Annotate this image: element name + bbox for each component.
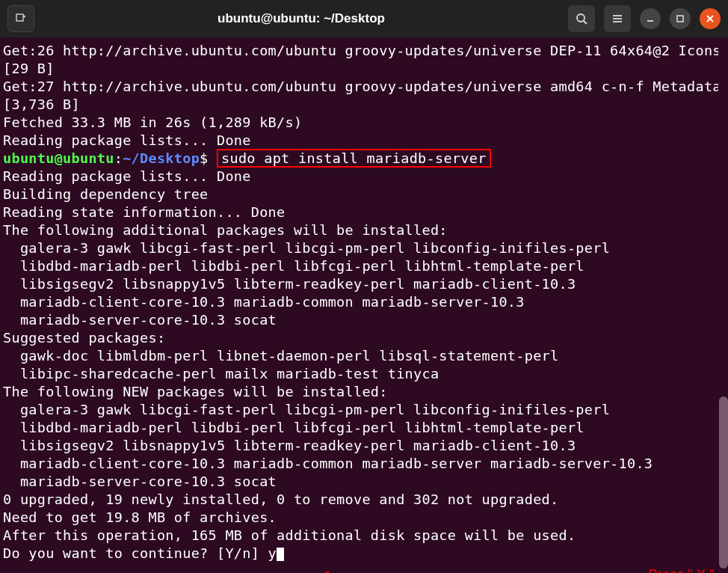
new-tab-button[interactable]: [7, 5, 34, 32]
output-line: Suggested packages:: [3, 330, 165, 346]
window-controls: [568, 5, 721, 32]
output-line: Reading package lists... Done: [3, 168, 251, 184]
scrollbar-thumb[interactable]: [719, 396, 728, 569]
output-line: galera-3 gawk libcgi-fast-perl libcgi-pm…: [3, 402, 610, 417]
output-line: gawk-doc libmldbm-perl libnet-daemon-per…: [3, 348, 558, 364]
annotation-text: Press " Y ": [649, 566, 715, 573]
window-titlebar: ubuntu@ubuntu: ~/Desktop: [0, 0, 728, 37]
command-highlighted: sudo apt install mariadb-server: [217, 149, 491, 168]
output-line: mariadb-client-core-10.3 mariadb-common …: [3, 294, 525, 310]
svg-point-1: [577, 14, 584, 22]
output-line: The following additional packages will b…: [3, 222, 448, 238]
terminal-cursor: [277, 548, 284, 561]
svg-rect-7: [677, 16, 683, 22]
scrollbar-track[interactable]: [718, 37, 728, 573]
output-line: Reading package lists... Done: [3, 132, 251, 148]
output-line: libipc-sharedcache-perl mailx mariadb-te…: [3, 366, 439, 382]
window-title: ubuntu@ubuntu: ~/Desktop: [40, 11, 562, 26]
output-line: 0 upgraded, 19 newly installed, 0 to rem…: [3, 491, 558, 507]
search-button[interactable]: [568, 5, 595, 32]
hamburger-icon: [611, 13, 623, 25]
output-line: galera-3 gawk libcgi-fast-perl libcgi-pm…: [3, 240, 610, 256]
minimize-icon: [646, 14, 655, 23]
prompt-separator: :: [114, 150, 123, 166]
output-line: mariadb-client-core-10.3 mariadb-common …: [3, 456, 653, 471]
output-line: Fetched 33.3 MB in 26s (1,289 kB/s): [3, 114, 302, 130]
prompt-path: ~/Desktop: [123, 150, 200, 166]
output-line: libdbd-mariadb-perl libdbi-perl libfcgi-…: [3, 420, 584, 435]
new-tab-icon: [15, 13, 27, 25]
maximize-button[interactable]: [670, 8, 691, 29]
close-button[interactable]: [700, 8, 721, 29]
svg-line-2: [584, 21, 587, 24]
output-line: libsigsegv2 libsnappy1v5 libterm-readkey…: [3, 276, 576, 292]
output-line: mariadb-server-core-10.3 socat: [3, 474, 277, 489]
prompt-user: ubuntu@ubuntu: [3, 150, 114, 166]
output-line: Reading state information... Done: [3, 204, 285, 220]
maximize-icon: [676, 14, 685, 23]
search-icon: [576, 13, 587, 25]
output-line: mariadb-server-core-10.3 socat: [3, 312, 277, 328]
prompt-dollar: $: [200, 150, 217, 166]
output-line: libdbd-mariadb-perl libdbi-perl libfcgi-…: [3, 258, 584, 274]
output-line: Get:27 http://archive.ubuntu.com/ubuntu …: [3, 79, 728, 112]
output-line: Building dependency tree: [3, 186, 209, 202]
output-line: After this operation, 165 MB of addition…: [3, 527, 576, 543]
output-line: Do you want to continue? [Y/n] y: [3, 545, 277, 561]
minimize-button[interactable]: [640, 8, 661, 29]
output-line: libsigsegv2 libsnappy1v5 libterm-readkey…: [3, 438, 576, 453]
output-line: Need to get 19.8 MB of archives.: [3, 509, 277, 525]
menu-button[interactable]: [604, 5, 631, 32]
output-line: Get:26 http://archive.ubuntu.com/ubuntu …: [3, 43, 728, 76]
close-icon: [706, 14, 715, 23]
svg-rect-0: [16, 14, 23, 21]
terminal-output[interactable]: Get:26 http://archive.ubuntu.com/ubuntu …: [0, 37, 728, 573]
output-line: The following NEW packages will be insta…: [3, 384, 388, 399]
annotation-overlay: Press " Y ": [321, 566, 715, 573]
